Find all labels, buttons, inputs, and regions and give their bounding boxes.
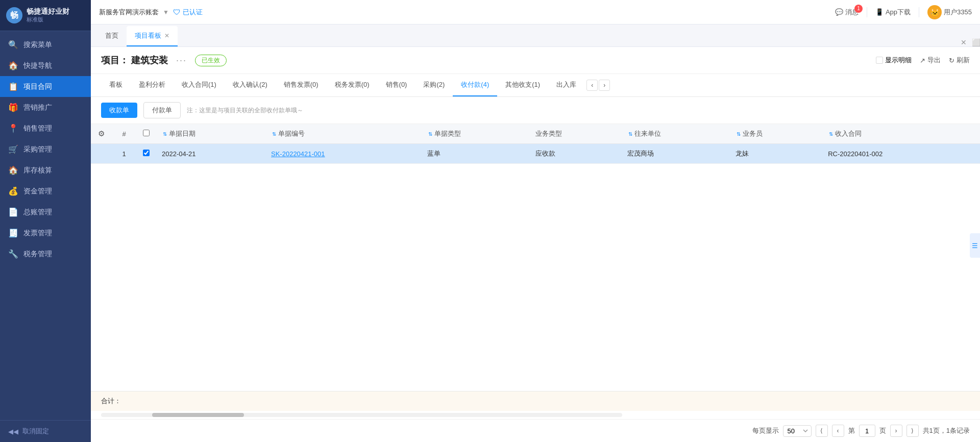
cell-code[interactable]: SK-20220421-001 [265,144,421,164]
subtabs-next-button[interactable]: › [599,80,610,91]
subtabs-nav: ‹ › [586,80,610,91]
sidebar-item-search[interactable]: 🔍搜索菜单 [0,34,91,55]
sidebar-item-contract[interactable]: 📋项目合同 [0,76,91,97]
sidebar-item-label: 搜索菜单 [23,40,52,50]
th-type[interactable]: ⇅ 单据类型 [421,124,529,144]
per-page-select[interactable]: 50 100 200 [783,425,812,437]
cell-partner: 宏茂商场 [621,144,729,164]
refresh-icon: ↻ [949,57,954,64]
tab-project-board[interactable]: 项目看板 ✕ [127,26,178,46]
th-code-sort-icon: ⇅ [272,131,276,137]
subtab-kanban[interactable]: 看板 [101,74,131,96]
export-button[interactable]: ↗ 导出 [920,56,941,65]
cell-checkbox[interactable] [137,144,156,164]
subtab-sales-invoice[interactable]: 销售发票(0) [276,74,327,96]
scrollbar-thumb[interactable] [152,413,244,417]
cell-income-contract: RC-20220401-002 [822,144,980,164]
sidebar-item-label: 采购管理 [23,145,52,154]
app-download-label: App下载 [886,8,911,17]
receipt-bill-tab-button[interactable]: 收款单 [101,103,137,118]
message-count: 1 [854,5,863,13]
subtab-other-expense[interactable]: 其他收支(1) [497,74,548,96]
th-income-contract[interactable]: ⇅ 收入合同 [822,124,980,144]
sidebar-item-label: 发票管理 [23,229,52,238]
cell-num: 1 [111,144,137,164]
th-code[interactable]: ⇅ 单据编号 [265,124,421,144]
sidebar-item-quicknav[interactable]: 🏠快捷导航 [0,55,91,76]
account-dropdown-icon[interactable]: ▼ [163,9,169,16]
project-label-prefix: 项目： [101,55,129,65]
sidebar-icon-marketing: 🎁 [8,103,18,112]
window-controls: ✕ ⬜ [960,38,980,46]
select-all-checkbox[interactable] [143,130,150,136]
message-button[interactable]: 💬 消息 1 [835,8,859,17]
th-partner[interactable]: ⇅ 往来单位 [621,124,729,144]
show-detail-checkbox[interactable]: 显示明细 [876,56,912,65]
sidebar-item-marketing[interactable]: 🎁营销推广 [0,97,91,118]
message-icon: 💬 [835,8,843,16]
th-date[interactable]: ⇅ 单据日期 [156,124,265,144]
subtab-sales[interactable]: 销售(0) [378,74,415,96]
project-more-button[interactable]: ··· [176,55,187,66]
sidebar-item-invoice[interactable]: 🧾发票管理 [0,223,91,243]
sidebar-item-sales[interactable]: 📍销售管理 [0,118,91,139]
sidebar-icon-quicknav: 🏠 [8,61,18,70]
total-info: 共1页，1条记录 [923,426,970,435]
th-salesperson[interactable]: ⇅ 业务员 [729,124,822,144]
sidebar-item-ledger[interactable]: 📄总账管理 [0,202,91,223]
subtab-receipt[interactable]: 收付款(4) [453,74,497,96]
sidebar-icon-tax: 🔧 [8,249,18,259]
toolbar-note: 注：这里是与项目关联的全部收付款单哦～ [187,106,303,115]
verified-badge: 🛡 已认证 [173,8,203,17]
subtab-profit[interactable]: 盈利分析 [131,74,174,96]
topbar-left: 新服务官网演示账套 ▼ 🛡 已认证 [99,8,827,17]
subtab-tax-invoice[interactable]: 税务发票(0) [327,74,378,96]
data-table: ⚙ # ⇅ 单据日期 ⇅ 单据编号 ⇅ 单据类型 业务类型 ⇅ 往来单位 ⇅ 业… [91,124,980,164]
subtabs-prev-button[interactable]: ‹ [586,80,598,91]
maximize-window-button[interactable]: ⬜ [972,38,980,46]
content-wrapper: 首页 项目看板 ✕ ✕ ⬜ 项目： 建筑安装 ··· 已生效 [91,24,980,442]
table-wrap: ⚙ # ⇅ 单据日期 ⇅ 单据编号 ⇅ 单据类型 业务类型 ⇅ 往来单位 ⇅ 业… [91,124,980,391]
next-page-button[interactable]: › [890,425,902,437]
subtab-income-confirm[interactable]: 收入确认(2) [225,74,276,96]
first-page-button[interactable]: ⟨ [816,425,828,437]
tab-home-label: 首页 [105,31,118,40]
side-panel-toggle[interactable]: ☰ [970,233,980,258]
main: 新服务官网演示账套 ▼ 🛡 已认证 💬 消息 1 📱 App下载 🐱 用户335… [91,0,980,442]
gear-icon[interactable]: ⚙ [98,129,105,138]
tab-home[interactable]: 首页 [97,26,127,46]
last-page-button[interactable]: ⟩ [906,425,919,437]
topbar-divider-1 [867,7,867,17]
subtab-inout[interactable]: 出入库 [548,74,584,96]
user-menu[interactable]: 🐱 用户3355 [927,5,972,19]
project-name: 建筑安装 [131,55,168,65]
subtabs: 看板 盈利分析 收入合同(1) 收入确认(2) 销售发票(0) 税务发票(0) … [91,74,980,97]
sidebar-icon-purchase: 🛒 [8,144,18,154]
table-toolbar: 收款单 付款单 注：这里是与项目关联的全部收付款单哦～ [91,97,980,124]
subtab-income-contract[interactable]: 收入合同(1) [174,74,225,96]
app-download-button[interactable]: 📱 App下载 [875,8,911,17]
prev-page-button[interactable]: ‹ [832,425,844,437]
subtab-purchase[interactable]: 采购(2) [415,74,453,96]
th-gear[interactable]: ⚙ [91,124,111,144]
close-window-button[interactable]: ✕ [960,38,968,46]
sidebar-unpin[interactable]: ◀◀ 取消固定 [0,420,91,442]
sidebar-item-tax[interactable]: 🔧税务管理 [0,243,91,264]
tab-project-board-label: 项目看板 [135,31,161,40]
project-header-right: 显示明细 ↗ 导出 ↻ 刷新 [876,56,970,65]
tab-close-icon[interactable]: ✕ [164,32,169,39]
sidebar-item-inventory[interactable]: 🏠库存核算 [0,160,91,181]
horizontal-scrollbar[interactable] [101,413,622,417]
bill-code-link[interactable]: SK-20220421-001 [271,150,325,158]
sidebar-item-label: 快捷导航 [23,61,52,70]
sidebar-item-label: 营销推广 [23,103,52,112]
payment-bill-tab-button[interactable]: 付款单 [143,102,181,118]
refresh-button[interactable]: ↻ 刷新 [949,56,970,65]
sidebar-item-finance[interactable]: 💰资金管理 [0,181,91,202]
th-type-sort-icon: ⇅ [428,131,432,137]
row-checkbox[interactable] [143,150,150,156]
phone-icon: 📱 [875,8,884,16]
page-input[interactable] [859,425,875,437]
sidebar-item-purchase[interactable]: 🛒采购管理 [0,139,91,160]
cell-biz-type: 应收款 [529,144,621,164]
